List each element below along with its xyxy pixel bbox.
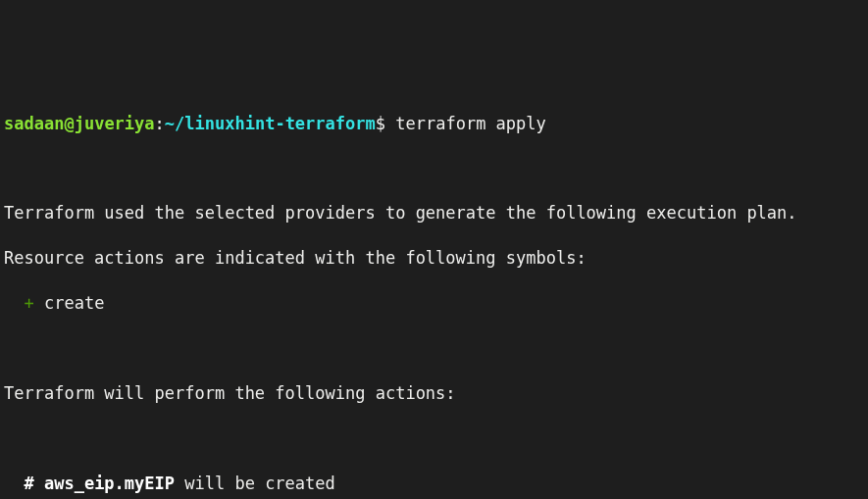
prompt-sep: : (155, 114, 165, 133)
blank-line (4, 427, 864, 450)
plus-icon: + (4, 293, 44, 313)
prompt-path: ~/linuxhint-terraform (165, 114, 376, 133)
actions-header: Terraform will perform the following act… (4, 382, 864, 405)
prompt-dollar: $ (376, 114, 385, 133)
terminal-output: sadaan@juveriya:~/linuxhint-terraform$ t… (4, 90, 864, 499)
resource-name: aws_eip.myEIP (44, 474, 175, 493)
prompt-host: juveriya (75, 114, 155, 133)
create-symbol-line: + create (4, 292, 864, 315)
blank-line (4, 158, 864, 180)
blank-line (4, 337, 864, 360)
create-label: create (44, 293, 104, 313)
prompt-line[interactable]: sadaan@juveriya:~/linuxhint-terraform$ t… (4, 113, 864, 135)
intro-line-1: Terraform used the selected providers to… (4, 202, 864, 225)
intro-line-2: Resource actions are indicated with the … (4, 247, 864, 270)
resource-comment: # aws_eip.myEIP will be created (4, 473, 864, 495)
hash-icon: # (4, 474, 44, 493)
command-text: terraform apply (395, 114, 546, 133)
prompt-space (385, 114, 395, 133)
prompt-user: sadaan (4, 114, 64, 133)
prompt-at: @ (64, 114, 74, 133)
resource-suffix: will be created (175, 474, 335, 493)
